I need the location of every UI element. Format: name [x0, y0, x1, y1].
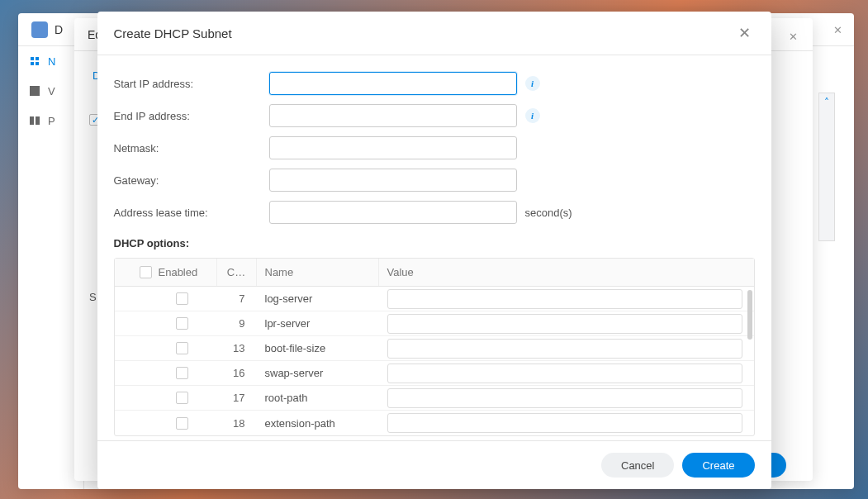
option-code: 18 [217, 411, 257, 435]
lease-time-input[interactable] [269, 201, 517, 224]
option-enabled-cell [115, 336, 217, 360]
options-header-row: Enabled C… Name Value [115, 259, 754, 287]
netmask-input[interactable] [269, 136, 517, 159]
info-icon[interactable]: i [525, 108, 540, 123]
option-enabled-cell [115, 361, 217, 385]
close-icon: ✕ [738, 24, 751, 42]
end-ip-input[interactable] [269, 104, 517, 127]
option-name: swap-server [257, 361, 379, 385]
modal-backdrop: Create DHCP Subnet ✕ Start IP address: i… [0, 0, 868, 499]
table-row: 18extension-path [115, 411, 754, 435]
col-name[interactable]: Name [257, 259, 379, 286]
option-value-cell [379, 311, 754, 335]
option-name: boot-file-size [257, 336, 379, 360]
option-value-input[interactable] [387, 413, 742, 433]
table-row: 13boot-file-size [115, 336, 754, 361]
option-code: 13 [217, 336, 257, 360]
option-enabled-cell [115, 386, 217, 410]
option-value-input[interactable] [387, 339, 742, 359]
option-value-input[interactable] [387, 388, 742, 408]
option-value-cell [379, 386, 754, 410]
create-dhcp-subnet-dialog: Create DHCP Subnet ✕ Start IP address: i… [97, 12, 771, 489]
gateway-label: Gateway: [114, 174, 269, 187]
modal-title: Create DHCP Subnet [114, 26, 232, 40]
option-value-cell [379, 287, 754, 311]
create-button[interactable]: Create [682, 453, 754, 478]
option-checkbox[interactable] [176, 367, 188, 379]
netmask-row: Netmask: [114, 136, 755, 159]
option-code: 17 [217, 386, 257, 410]
end-ip-row: End IP address: i [114, 104, 755, 127]
col-code[interactable]: C… [217, 259, 257, 286]
dhcp-options-title: DHCP options: [114, 237, 755, 249]
option-name: extension-path [257, 411, 379, 435]
option-value-input[interactable] [387, 314, 742, 334]
option-checkbox[interactable] [176, 392, 188, 404]
option-name: lpr-server [257, 311, 379, 335]
netmask-label: Netmask: [114, 142, 269, 154]
modal-body: Start IP address: i End IP address: i Ne… [97, 55, 771, 440]
close-button[interactable]: ✕ [735, 23, 755, 43]
col-enabled[interactable]: Enabled [115, 259, 217, 286]
lease-time-row: Address lease time: second(s) [114, 201, 755, 224]
start-ip-row: Start IP address: i [114, 72, 755, 95]
option-name: log-server [257, 287, 379, 311]
dhcp-options-table: Enabled C… Name Value 7log-server9lpr-se… [114, 258, 755, 436]
modal-footer: Cancel Create [97, 440, 771, 489]
option-value-cell [379, 361, 754, 385]
option-code: 16 [217, 361, 257, 385]
table-row: 16swap-server [115, 361, 754, 386]
info-icon[interactable]: i [525, 76, 540, 91]
scrollbar-thumb[interactable] [747, 290, 752, 340]
option-enabled-cell [115, 287, 217, 311]
start-ip-input[interactable] [269, 72, 517, 95]
option-code: 7 [217, 287, 257, 311]
option-checkbox[interactable] [176, 342, 188, 354]
gateway-input[interactable] [269, 169, 517, 192]
cancel-button[interactable]: Cancel [601, 453, 674, 478]
end-ip-label: End IP address: [114, 110, 269, 122]
table-row: 17root-path [115, 386, 754, 411]
table-row: 7log-server [115, 287, 754, 311]
start-ip-label: Start IP address: [114, 78, 269, 90]
option-name: root-path [257, 386, 379, 410]
options-body[interactable]: 7log-server9lpr-server13boot-file-size16… [115, 287, 754, 435]
modal-header: Create DHCP Subnet ✕ [97, 12, 771, 55]
option-code: 9 [217, 311, 257, 335]
select-all-checkbox[interactable] [140, 266, 152, 278]
table-row: 9lpr-server [115, 311, 754, 336]
lease-time-unit: second(s) [525, 207, 572, 219]
option-value-cell [379, 411, 754, 435]
option-value-input[interactable] [387, 289, 742, 309]
lease-time-label: Address lease time: [114, 207, 269, 219]
option-value-cell [379, 336, 754, 360]
option-value-input[interactable] [387, 364, 742, 383]
option-enabled-cell [115, 411, 217, 435]
col-value[interactable]: Value [379, 259, 754, 286]
gateway-row: Gateway: [114, 169, 755, 192]
option-checkbox[interactable] [176, 417, 188, 430]
option-checkbox[interactable] [176, 317, 188, 330]
option-checkbox[interactable] [176, 292, 188, 305]
option-enabled-cell [115, 311, 217, 335]
